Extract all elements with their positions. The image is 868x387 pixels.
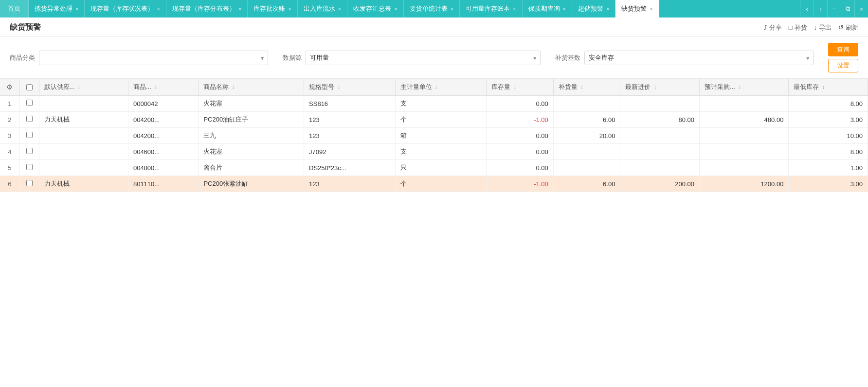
tab-xiankun1[interactable]: 现存量（库存状况表） × <box>85 0 166 18</box>
cell-seq-3: 4 <box>0 144 19 160</box>
cell-latest-price-0 <box>620 96 700 112</box>
col-stock[interactable]: 库存量 ↕ <box>487 79 554 96</box>
tab-jingling[interactable]: 拣货异常处理 × <box>29 0 85 18</box>
tab-keyongkucun[interactable]: 可用量库存账本 × <box>460 0 522 18</box>
refresh-button[interactable]: ↺ 刷新 <box>838 23 858 32</box>
cell-spec-2: 123 <box>304 128 396 144</box>
col-name[interactable]: 商品名称 ↕ <box>199 79 304 96</box>
cell-latest-price-4 <box>620 160 700 176</box>
col-latest-price[interactable]: 最新进价 ↕ <box>620 79 700 96</box>
datasource-select[interactable]: 可用量 实际库存 <box>306 51 541 65</box>
tab-home[interactable]: 首页 <box>0 0 29 18</box>
col-spec[interactable]: 规格型号 ↕ <box>304 79 396 96</box>
cell-checkbox-5[interactable] <box>19 176 39 192</box>
tab-scroll-right[interactable]: › <box>814 0 827 18</box>
cell-code-2: 004200... <box>128 128 199 144</box>
table-row: 4 004600... 火花塞 J7092 支 0.00 8.00 <box>0 144 868 160</box>
restore-icon: ⧉ <box>846 5 850 13</box>
tab-inout[interactable]: 出入库流水 × <box>298 0 347 18</box>
settings-button[interactable]: 设置 <box>828 59 858 72</box>
window-restore[interactable]: ⧉ <box>841 0 854 18</box>
tab-shoufasong[interactable]: 收发存汇总表 × <box>347 0 403 18</box>
tab-jingling-close[interactable]: × <box>75 6 78 12</box>
col-code[interactable]: 商品... ↕ <box>128 79 199 96</box>
cell-spec-1: 123 <box>304 112 396 128</box>
row-checkbox-3[interactable] <box>26 148 33 154</box>
tab-quehuo[interactable]: 缺货预警 × <box>615 0 659 18</box>
cell-unit-2: 箱 <box>395 128 487 144</box>
col-gear[interactable]: ⚙ <box>0 79 19 96</box>
cell-seq-1: 2 <box>0 112 19 128</box>
col-name-label: 商品名称 <box>203 83 229 90</box>
tab-inout-close[interactable]: × <box>338 6 341 12</box>
sort-supplier-icon: ↕ <box>78 85 80 90</box>
cell-supplier-0 <box>39 96 128 112</box>
col-replenish[interactable]: 补货量 ↕ <box>553 79 620 96</box>
window-close[interactable]: × <box>854 0 868 18</box>
cell-min-stock-5: 3.00 <box>789 176 868 192</box>
table-row: 2 力天机械 004200... PC200油缸庄子 123 个 -1.00 6… <box>0 112 868 128</box>
tab-bar: 首页 拣货异常处理 × 现存量（库存状况表） × 现存量（库存分布表） × 库存… <box>0 0 868 18</box>
cell-name-1: PC200油缸庄子 <box>199 112 304 128</box>
col-min-stock[interactable]: 最低库存 ↕ <box>789 79 868 96</box>
cell-min-stock-3: 8.00 <box>789 144 868 160</box>
tab-chaochuyu[interactable]: 超储预警 × <box>572 0 615 18</box>
window-minimize[interactable]: － <box>827 0 841 18</box>
cell-unit-1: 个 <box>395 112 487 128</box>
cell-spec-3: J7092 <box>304 144 396 160</box>
row-checkbox-2[interactable] <box>26 132 33 138</box>
table-row: 6 力天机械 801110... PC200张紧油缸 123 个 -1.00 6… <box>0 176 868 192</box>
cell-unit-3: 支 <box>395 144 487 160</box>
page-title: 缺货预警 <box>10 22 41 33</box>
tab-yaohuo[interactable]: 要货单统计表 × <box>404 0 460 18</box>
replenish-select[interactable]: 安全库存 最低库存 <box>584 51 814 65</box>
replenish-label: 补货 <box>795 23 807 32</box>
cell-stock-0: 0.00 <box>487 96 554 112</box>
cell-name-0: 火花塞 <box>199 96 304 112</box>
tab-baozhi-close[interactable]: × <box>563 6 566 12</box>
cell-checkbox-0[interactable] <box>19 96 39 112</box>
export-button[interactable]: ↓ 导出 <box>814 23 832 32</box>
gear-icon[interactable]: ⚙ <box>6 83 13 91</box>
cell-checkbox-3[interactable] <box>19 144 39 160</box>
row-checkbox-5[interactable] <box>26 180 33 186</box>
sort-name-icon: ↕ <box>232 85 235 90</box>
tab-xiankun1-close[interactable]: × <box>157 6 160 12</box>
refresh-icon: ↺ <box>838 24 844 31</box>
cell-min-stock-4: 1.00 <box>789 160 868 176</box>
tab-keyongkucun-close[interactable]: × <box>513 6 516 12</box>
cell-unit-0: 支 <box>395 96 487 112</box>
tab-pipici[interactable]: 库存批次账 × <box>248 0 297 18</box>
select-all-checkbox[interactable] <box>26 84 33 90</box>
cell-name-3: 火花塞 <box>199 144 304 160</box>
share-button[interactable]: ⤴ 分享 <box>764 23 782 32</box>
cell-checkbox-4[interactable] <box>19 160 39 176</box>
tab-xiankun2[interactable]: 现存量（库存分布表） × <box>166 0 248 18</box>
tab-yaohuo-close[interactable]: × <box>451 6 453 12</box>
cell-checkbox-2[interactable] <box>19 128 39 144</box>
col-est-purchase[interactable]: 预计采购... ↕ <box>699 79 788 96</box>
sort-latest-price-icon: ↕ <box>654 85 656 90</box>
replenish-button[interactable]: □ 补货 <box>789 23 807 32</box>
row-checkbox-0[interactable] <box>26 100 33 106</box>
col-unit[interactable]: 主计量单位 ↕ <box>395 79 487 96</box>
cell-checkbox-1[interactable] <box>19 112 39 128</box>
category-select[interactable] <box>39 51 268 65</box>
row-checkbox-4[interactable] <box>26 164 33 170</box>
replenish-select-wrap: 安全库存 最低库存 ▾ <box>584 51 814 65</box>
cell-latest-price-2 <box>620 128 700 144</box>
tab-shoufasong-close[interactable]: × <box>394 6 397 12</box>
col-supplier[interactable]: 默认供应... ↕ <box>39 79 128 96</box>
row-checkbox-1[interactable] <box>26 116 33 122</box>
tab-quehuo-close[interactable]: × <box>650 6 652 12</box>
query-button[interactable]: 查询 <box>828 43 858 56</box>
tab-pipici-close[interactable]: × <box>288 6 291 12</box>
tab-scroll-left[interactable]: ‹ <box>800 0 814 18</box>
tab-chaochuyu-close[interactable]: × <box>606 6 609 12</box>
tab-xiankun2-close[interactable]: × <box>238 6 241 12</box>
tab-baozhi[interactable]: 保质期查询 × <box>523 0 572 18</box>
cell-min-stock-2: 10.00 <box>789 128 868 144</box>
cell-est-purchase-0 <box>699 96 788 112</box>
col-replenish-label: 补货量 <box>559 83 578 90</box>
tab-chaochuyu-label: 超储预警 <box>578 4 603 13</box>
